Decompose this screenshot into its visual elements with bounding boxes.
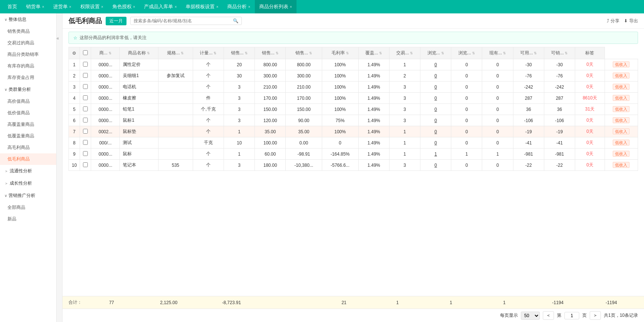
row-trade[interactable]: 0 [420,82,451,93]
row-trade[interactable]: 1 [420,149,451,160]
sort-icon-stock1[interactable]: ⇅ [503,51,506,55]
col-gross-rate[interactable]: 毛利率 ⇅ [322,47,358,59]
col-stock1[interactable]: 现有... ⇅ [482,47,513,59]
row-select-checkbox[interactable] [83,95,88,100]
table-container[interactable]: ⚙ 商... ⇅ 商品名称 [63,47,644,296]
row-trade[interactable]: 0 [420,115,451,126]
sidebar-item-high-profit[interactable]: 高毛利商品 [0,142,56,153]
sort-icon-gross[interactable]: ⇅ [346,51,349,55]
nav-product-analysis-list[interactable]: 商品分析列表 × [255,0,297,13]
sort-icon-unit[interactable]: ⇅ [214,51,217,55]
sidebar-item-low-coverage[interactable]: 低覆盖量商品 [0,130,56,142]
row-select-checkbox[interactable] [83,162,88,167]
row-select-checkbox[interactable] [83,106,88,111]
page-size-select[interactable]: 50 100 200 [521,312,540,320]
sidebar-item-stock-capital[interactable]: 库存资金占用 [0,72,56,83]
row-trade[interactable]: 0 [420,126,451,137]
sidebar-group-growth[interactable]: ＞ 成长性分析 [0,177,56,189]
nav-purchase[interactable]: 进货单 × [49,0,76,13]
sort-icon-spec[interactable]: ⇅ [181,51,184,55]
col-checkbox[interactable] [80,47,91,59]
sort-icon-stock3[interactable]: ⇅ [565,51,568,55]
col-stock2[interactable]: 可用... ⇅ [513,47,544,59]
nav-role[interactable]: 角色授权 × [108,0,140,13]
row-checkbox[interactable] [80,126,91,137]
row-checkbox[interactable] [80,82,91,93]
col-settings[interactable]: ⚙ [69,47,80,59]
select-all-checkbox[interactable] [83,50,88,55]
export-button[interactable]: ⬇ 导出 [624,18,638,24]
nav-close-product-analysis[interactable]: × [248,5,250,9]
row-select-checkbox[interactable] [83,140,88,145]
search-icon[interactable]: 🔍 [233,18,238,23]
row-checkbox[interactable] [80,104,91,115]
sort-icon-qty[interactable]: ⇅ [245,51,248,55]
sidebar-item-category-rate[interactable]: 商品分类助销率 [0,49,56,60]
row-checkbox[interactable] [80,160,91,171]
nav-permission[interactable]: 权限设置 × [76,0,108,13]
share-button[interactable]: ⤴ 分享 [607,18,619,24]
page-number-input[interactable] [564,312,579,319]
sidebar-group-marketing[interactable]: ∨ 营销推广分析 [0,189,56,202]
sidebar-item-low-value[interactable]: 低价值商品 [0,107,56,119]
nav-close-role[interactable]: × [133,5,135,9]
sidebar-group-overall[interactable]: ∨ 整体信息 [0,13,56,26]
row-select-checkbox[interactable] [83,62,88,67]
next-page-button[interactable]: ＞ [590,311,601,320]
nav-home[interactable]: 首页 [3,0,22,13]
row-trade[interactable]: 0 [420,70,451,82]
sort-icon-stock2[interactable]: ⇅ [534,51,537,55]
col-sale-amt[interactable]: 销售... ⇅ [255,47,286,59]
sidebar-item-all-goods[interactable]: 全部商品 [0,202,56,213]
row-checkbox[interactable] [80,115,91,126]
col-coverage[interactable]: 覆盖... ⇅ [358,47,389,59]
prev-page-button[interactable]: ＜ [543,311,554,320]
nav-close-permission[interactable]: × [101,5,103,9]
row-checkbox[interactable] [80,149,91,160]
sidebar-group-cluster[interactable]: ∨ 类群量分析 [0,83,56,96]
row-trade[interactable]: 0 [420,59,451,70]
row-select-checkbox[interactable] [83,73,88,78]
row-select-checkbox[interactable] [83,84,88,89]
row-checkbox[interactable] [80,93,91,104]
date-filter-button[interactable]: 近一月 [106,17,126,25]
col-stock3[interactable]: 可销... ⇅ [544,47,575,59]
col-tag[interactable]: 标签 [575,47,605,59]
sort-icon-code[interactable]: ⇅ [109,51,112,55]
sidebar-item-new-goods[interactable]: 新品 [0,213,56,225]
sidebar-item-low-profit[interactable]: 低毛利商品 [0,153,56,165]
nav-close-product-analysis-list[interactable]: × [290,5,292,9]
nav-product-analysis[interactable]: 商品分析 × [223,0,255,13]
row-trade[interactable]: 0 [420,93,451,104]
sidebar-item-sales-goods[interactable]: 销售类商品 [0,26,56,37]
row-trade[interactable]: 0 [420,137,451,149]
col-sale-qty[interactable]: 销售... ⇅ [224,47,255,59]
row-select-checkbox[interactable] [83,151,88,156]
sort-icon-name[interactable]: ⇅ [147,51,150,55]
sort-icon-amt[interactable]: ⇅ [276,51,279,55]
row-select-checkbox[interactable] [83,118,88,122]
sidebar-item-high-value[interactable]: 高价值商品 [0,96,56,107]
col-sale-profit[interactable]: 销售... ⇅ [286,47,322,59]
row-checkbox[interactable] [80,70,91,82]
col-unit[interactable]: 计量... ⇅ [193,47,224,59]
sidebar-collapse-btn[interactable]: « [57,13,63,322]
sort-icon-browse1[interactable]: ⇅ [441,51,444,55]
sidebar-item-traded-goods[interactable]: 交易过的商品 [0,37,56,49]
nav-close-product-entry[interactable]: × [174,5,177,9]
col-code[interactable]: 商... ⇅ [91,47,120,59]
col-browse1[interactable]: 浏览... ⇅ [420,47,451,59]
nav-sales[interactable]: 销货单 × [22,0,49,13]
sort-icon-trade[interactable]: ⇅ [410,51,413,55]
nav-template[interactable]: 单据模板设置 × [181,0,223,13]
row-select-checkbox[interactable] [83,129,88,134]
col-spec[interactable]: 规格... ⇅ [158,47,193,59]
row-checkbox[interactable] [80,137,91,149]
settings-icon[interactable]: ⚙ [72,51,76,56]
sidebar-item-high-coverage[interactable]: 高覆盖量商品 [0,119,56,130]
col-trade[interactable]: 交易... ⇅ [389,47,420,59]
sort-icon-profit[interactable]: ⇅ [309,51,312,55]
nav-product-entry[interactable]: 产成品入库单 × [140,0,181,13]
row-trade[interactable]: 0 [420,104,451,115]
nav-close-purchase[interactable]: × [69,5,71,9]
